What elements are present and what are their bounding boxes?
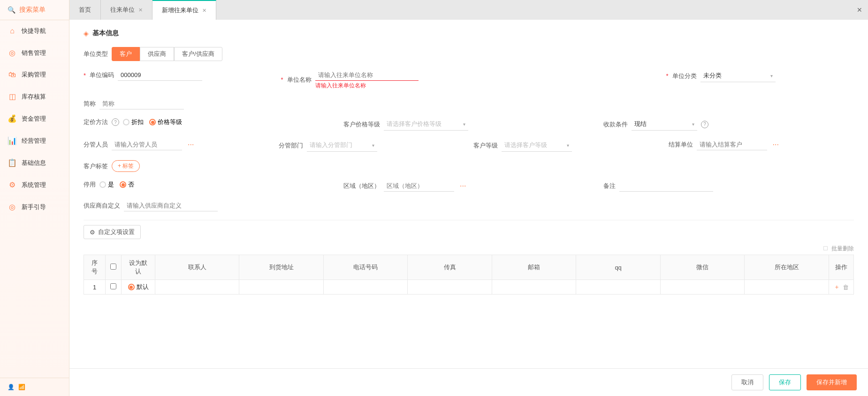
unit-type-field: 单位类型 客户 供应商 客户/供应商 [84, 47, 854, 61]
region-more-btn[interactable]: ··· [458, 182, 468, 190]
address-input[interactable] [244, 284, 318, 291]
disabled-yes-radio[interactable] [99, 181, 106, 188]
phone-input[interactable] [328, 284, 403, 291]
contact-input[interactable] [160, 284, 234, 291]
manager-more-btn[interactable]: ··· [186, 140, 196, 149]
sidebar-item-label: 销售管理 [22, 49, 46, 57]
col-action: 操作 [829, 255, 853, 280]
inventory-icon: ◫ [8, 92, 17, 101]
row-delete-icon[interactable]: 🗑 [843, 284, 849, 291]
add-tag-button[interactable]: + 标签 [112, 160, 140, 172]
cell-fax[interactable] [408, 280, 492, 295]
sales-icon: ◎ [8, 48, 17, 57]
select-all-checkbox[interactable] [110, 264, 116, 270]
unit-code-input[interactable] [118, 70, 202, 81]
unit-code-field: * 单位编码 [84, 70, 272, 81]
pricing-level-option[interactable]: 价格等级 [149, 118, 182, 126]
cell-address[interactable] [239, 280, 323, 295]
col-address: 到货地址 [239, 255, 323, 280]
manager-input[interactable] [112, 139, 182, 150]
region-input[interactable] [384, 180, 454, 192]
search-menu-button[interactable]: 🔍 搜索菜单 [0, 0, 69, 20]
email-input[interactable] [497, 284, 571, 291]
tab-partner-close[interactable]: ✕ [138, 7, 143, 13]
sidebar-item-label: 新手引导 [22, 203, 46, 211]
section-header: ◈ 基本信息 [84, 29, 854, 38]
supplier-custom-input[interactable] [124, 200, 218, 211]
pricing-level-radio[interactable] [149, 119, 156, 125]
pricing-discount-label: 折扣 [131, 118, 144, 126]
short-name-input[interactable] [99, 98, 184, 109]
cell-wechat[interactable] [660, 280, 744, 295]
tab-partner[interactable]: 往来单位 ✕ [101, 0, 152, 20]
disabled-no-radio[interactable] [120, 181, 126, 188]
save-new-button[interactable]: 保存并新增 [807, 374, 857, 390]
window-close-button[interactable]: ✕ [857, 6, 862, 14]
tab-home[interactable]: 首页 [69, 0, 101, 20]
pricing-help-icon[interactable]: ? [112, 118, 119, 126]
col-wechat: 微信 [660, 255, 744, 280]
disabled-yes-label: 是 [108, 180, 114, 189]
default-radio-item[interactable]: 默认 [126, 283, 150, 291]
row-actions: ＋ 🗑 [834, 283, 849, 291]
cell-phone[interactable] [323, 280, 407, 295]
tab-new-partner[interactable]: 新增往来单位 ✕ [152, 0, 216, 20]
row-add-icon[interactable]: ＋ [834, 283, 840, 291]
pricing-discount-radio[interactable] [123, 119, 129, 125]
short-name-field: 简称 [84, 98, 854, 109]
search-menu-label: 搜索菜单 [19, 6, 46, 14]
disabled-no-option[interactable]: 否 [120, 180, 134, 189]
sidebar-item-inventory[interactable]: ◫ 库存核算 [0, 85, 69, 108]
unit-category-chevron: ▾ [770, 73, 773, 78]
sidebar-item-finance[interactable]: 💰 资金管理 [0, 108, 69, 130]
unit-code-required: * [84, 72, 86, 79]
customer-level-select[interactable]: 请选择客户等级 ▾ [502, 139, 572, 152]
unit-category-select[interactable]: 未分类 ▾ [700, 70, 776, 82]
pricing-method-label: 定价方法 [84, 118, 108, 126]
settlement-unit-more-btn[interactable]: ··· [771, 140, 781, 149]
customer-level-field: 客户等级 请选择客户等级 ▾ [473, 139, 659, 152]
payment-terms-select[interactable]: 现结 ▾ [632, 118, 697, 131]
disabled-radio-group: 是 否 [99, 180, 134, 189]
region-field: 区域（地区） ··· [343, 180, 594, 192]
wechat-input[interactable] [665, 284, 739, 291]
disabled-yes-option[interactable]: 是 [99, 180, 114, 189]
sidebar-item-operations[interactable]: 📊 经营管理 [0, 130, 69, 152]
sidebar-item-label: 经营管理 [22, 137, 46, 145]
batch-delete-icon: ☐ [823, 245, 828, 252]
cell-qq[interactable] [576, 280, 661, 295]
sidebar-item-basic[interactable]: 📋 基础信息 [0, 152, 69, 174]
sidebar-item-guide[interactable]: ◎ 新手引导 [0, 196, 69, 218]
tab-new-partner-close[interactable]: ✕ [202, 8, 206, 14]
custom-settings-button[interactable]: ⚙ 自定义项设置 [84, 225, 141, 239]
sidebar-item-purchase[interactable]: 🛍 采购管理 [0, 64, 69, 85]
save-button[interactable]: 保存 [769, 374, 801, 390]
pricing-discount-option[interactable]: 折扣 [123, 118, 144, 126]
settlement-unit-input[interactable] [697, 139, 767, 150]
row-checkbox[interactable] [110, 283, 116, 289]
batch-delete-label[interactable]: 批量删除 [831, 245, 854, 252]
customer-price-level-select[interactable]: 请选择客户价格等级 ▾ [384, 118, 468, 131]
remark-input[interactable] [619, 180, 713, 192]
sidebar-item-system[interactable]: ⚙ 系统管理 [0, 174, 69, 196]
cancel-button[interactable]: 取消 [731, 374, 763, 390]
sidebar-item-quick-nav[interactable]: ⌂ 快捷导航 [0, 20, 69, 42]
cell-contact[interactable] [155, 280, 239, 295]
qq-input[interactable] [581, 284, 655, 291]
payment-terms-help-icon[interactable]: ? [701, 121, 708, 128]
sidebar-item-sales[interactable]: ◎ 销售管理 [0, 42, 69, 64]
cell-email[interactable] [492, 280, 576, 295]
customer-price-level-field: 客户价格等级 请选择客户价格等级 ▾ [343, 118, 594, 131]
unit-type-customer-btn[interactable]: 客户 [112, 47, 140, 61]
section-icon: ◈ [84, 30, 89, 37]
department-select[interactable]: 请输入分管部门 ▾ [307, 139, 377, 152]
unit-type-both-btn[interactable]: 客户/供应商 [174, 47, 222, 61]
default-radio[interactable] [128, 284, 135, 290]
cell-area[interactable] [745, 280, 829, 295]
form-content: ◈ 基本信息 单位类型 客户 供应商 客户/供应商 * 单位编码 * [69, 20, 868, 368]
disabled-field: 停用 是 否 [84, 180, 334, 189]
unit-type-supplier-btn[interactable]: 供应商 [140, 47, 174, 61]
unit-name-input[interactable] [315, 70, 419, 81]
area-input[interactable] [749, 284, 823, 291]
fax-input[interactable] [412, 284, 487, 291]
